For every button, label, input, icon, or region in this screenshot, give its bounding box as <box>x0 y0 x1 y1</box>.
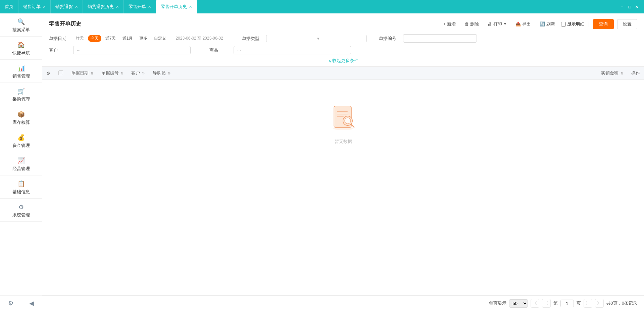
main-layout: 🔍 搜索采单 🏠 快捷导航 📊 销售管理 🛒 采购管理 📦 库存核算 💰 资金管… <box>0 13 644 311</box>
page-header: 零售开单历史 + 新增 🗑 删除 🖨 打印 ▼ 📤 导出 <box>42 13 644 30</box>
settings-icon[interactable]: ⚙ <box>8 300 13 307</box>
tab-sales-return[interactable]: 销货退货 ✕ <box>51 0 83 13</box>
tab-retail-open-history[interactable]: 零售开单历史 ✕ <box>156 0 197 13</box>
date-range: 2023-06-02 至 2023-06-02 <box>176 36 223 41</box>
last-page-icon: 》 <box>597 300 601 306</box>
first-page-button[interactable]: 《 <box>531 299 539 308</box>
close-sales-order[interactable]: ✕ <box>43 5 46 9</box>
last-page-button[interactable]: 》 <box>595 299 604 308</box>
data-table: ⚙ 单据日期 ⇅ 单据编号 ⇅ <box>42 67 644 80</box>
print-dropdown-icon: ▼ <box>503 22 507 26</box>
empty-illustration <box>327 100 360 134</box>
refresh-icon: 🔄 <box>540 21 545 27</box>
date-btn-today[interactable]: 今天 <box>88 35 101 42</box>
collapse-button[interactable]: ∧ 收起更多条件 <box>328 58 358 64</box>
delete-button[interactable]: 🗑 删除 <box>462 20 482 29</box>
th-customer[interactable]: 客户 ⇅ <box>127 67 149 80</box>
doc-type-select[interactable]: ▼ <box>266 35 367 42</box>
close-sales-return-history[interactable]: ✕ <box>116 5 119 9</box>
window-maximize[interactable]: □ <box>628 4 631 9</box>
page-number-input[interactable] <box>560 300 574 307</box>
sidebar-item-operations[interactable]: 📈 经营管理 <box>0 152 42 175</box>
customer-placeholder: ··· <box>77 48 187 53</box>
close-retail-open[interactable]: ✕ <box>148 5 151 9</box>
th-amount[interactable]: 实销金额 ⇅ <box>597 67 627 80</box>
quick-nav-icon: 🏠 <box>17 41 25 49</box>
close-retail-open-history[interactable]: ✕ <box>189 5 192 9</box>
customer-select[interactable]: ··· <box>73 46 191 54</box>
export-button[interactable]: 📤 导出 <box>513 20 534 29</box>
inventory-icon: 📦 <box>17 111 25 118</box>
per-page-label: 每页显示 <box>489 300 506 306</box>
header-actions: + 新增 🗑 删除 🖨 打印 ▼ 📤 导出 🔄 刷新 <box>441 19 637 29</box>
doc-type-label: 单据类型 <box>242 36 261 42</box>
date-btn-last1month[interactable]: 近1月 <box>120 35 136 42</box>
per-page-select[interactable]: 50 20 100 <box>509 299 528 308</box>
tab-sales-order[interactable]: 销售订单 ✕ <box>18 0 51 13</box>
date-btn-custom[interactable]: 自定义 <box>151 35 169 42</box>
th-check[interactable] <box>54 67 67 80</box>
doc-no-input[interactable] <box>403 34 477 43</box>
window-close[interactable]: ✕ <box>635 4 639 9</box>
gear-icon[interactable]: ⚙ <box>46 71 50 76</box>
sidebar-item-sales-mgmt[interactable]: 📊 销售管理 <box>0 60 42 83</box>
header-checkbox[interactable] <box>58 70 63 75</box>
filter-row-2: 客户 ··· 商品 ··· <box>49 46 637 54</box>
table-area: ⚙ 单据日期 ⇅ 单据编号 ⇅ <box>42 67 644 295</box>
next-page-icon: 〉 <box>586 300 590 306</box>
sidebar-item-search-order[interactable]: 🔍 搜索采单 <box>0 13 42 37</box>
page-title: 零售开单历史 <box>49 20 81 28</box>
th-operation: 操作 <box>627 67 644 80</box>
th-salesperson[interactable]: 导购员 ⇅ <box>149 67 175 80</box>
sort-salesperson-icon: ⇅ <box>168 71 170 75</box>
prev-page-button[interactable]: 〈 <box>542 299 551 308</box>
date-btn-more[interactable]: 更多 <box>137 35 150 42</box>
next-page-button[interactable]: 〉 <box>584 299 592 308</box>
add-button[interactable]: + 新增 <box>441 20 458 29</box>
empty-text: 暂无数据 <box>335 139 352 145</box>
close-sales-return[interactable]: ✕ <box>75 5 78 9</box>
th-date[interactable]: 单据日期 ⇅ <box>67 67 97 80</box>
sidebar-bottom: ⚙ ◀ <box>0 295 42 311</box>
query-button[interactable]: 查询 <box>593 19 614 29</box>
window-minimize[interactable]: － <box>620 4 624 10</box>
date-btn-last7[interactable]: 近7天 <box>103 35 118 42</box>
date-btn-yesterday[interactable]: 昨天 <box>73 35 87 42</box>
sidebar-item-finance[interactable]: 💰 资金管理 <box>0 129 42 152</box>
sort-date-icon: ⇅ <box>91 71 93 75</box>
show-detail-checkbox[interactable] <box>561 22 566 27</box>
prev-page-icon: 〈 <box>544 300 548 306</box>
date-buttons: 昨天 今天 近7天 近1月 更多 自定义 <box>73 35 169 42</box>
print-button[interactable]: 🖨 打印 ▼ <box>485 20 509 29</box>
sidebar-item-inventory[interactable]: 📦 库存核算 <box>0 106 42 129</box>
export-icon: 📤 <box>515 21 521 27</box>
pagination-bar: 每页显示 50 20 100 《 〈 第 页 〉 》 共0页，0条记录 <box>42 295 644 311</box>
sort-customer-icon: ⇅ <box>142 71 145 75</box>
goods-label: 商品 <box>209 47 228 53</box>
sales-mgmt-icon: 📊 <box>17 64 25 72</box>
tab-sales-return-history[interactable]: 销货退货历史 ✕ <box>83 0 124 13</box>
page-prefix: 第 <box>553 300 558 306</box>
collapse-sidebar-icon[interactable]: ◀ <box>29 300 34 307</box>
doc-type-arrow-icon: ▼ <box>316 37 363 41</box>
window-controls: － □ ✕ <box>620 4 644 10</box>
sidebar-item-quick-nav[interactable]: 🏠 快捷导航 <box>0 37 42 60</box>
filter-area: 单据日期 昨天 今天 近7天 近1月 更多 自定义 2023-06-02 至 2… <box>42 30 644 67</box>
show-detail-toggle[interactable]: 显示明细 <box>561 21 585 27</box>
empty-icon <box>327 100 360 135</box>
purchase-mgmt-icon: 🛒 <box>17 88 25 95</box>
system-icon: ⚙ <box>18 203 24 211</box>
tab-retail-open[interactable]: 零售开单 ✕ <box>124 0 156 13</box>
setting-button[interactable]: 设置 <box>617 19 637 29</box>
tab-home[interactable]: 首页 <box>0 0 18 13</box>
sidebar-item-basic-info[interactable]: 📋 基础信息 <box>0 175 42 199</box>
th-no[interactable]: 单据编号 ⇅ <box>97 67 128 80</box>
content-area: 零售开单历史 + 新增 🗑 删除 🖨 打印 ▼ 📤 导出 <box>42 13 644 311</box>
goods-select[interactable]: ··· <box>234 46 351 54</box>
search-order-icon: 🔍 <box>17 18 25 25</box>
refresh-button[interactable]: 🔄 刷新 <box>537 20 558 29</box>
sidebar-item-system[interactable]: ⚙ 系统管理 <box>0 199 42 222</box>
th-gear[interactable]: ⚙ <box>42 67 54 80</box>
doc-no-label: 单据编号 <box>379 36 398 42</box>
sidebar-item-purchase-mgmt[interactable]: 🛒 采购管理 <box>0 83 42 106</box>
